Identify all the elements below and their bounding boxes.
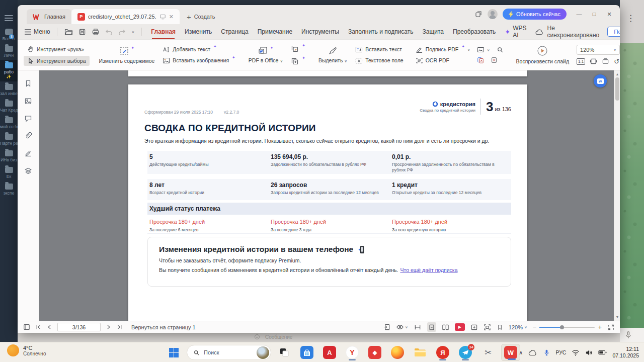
redo-icon[interactable]: [118, 29, 126, 35]
save-icon[interactable]: [78, 28, 86, 36]
firefox-button[interactable]: [388, 344, 407, 361]
next-page-icon[interactable]: [105, 324, 112, 330]
message-placeholder[interactable]: Сообщение: [265, 334, 292, 340]
hamburger-icon[interactable]: [5, 15, 13, 21]
fit-page-icon[interactable]: [590, 58, 597, 65]
document-canvas[interactable]: Сформирован 29 июля 2025 17:10v2.2.7.0 к…: [39, 70, 614, 321]
tg-folder[interactable]: мой со бо: [0, 115, 18, 131]
prev-page-icon[interactable]: [46, 324, 53, 330]
onedrive-cloud-icon[interactable]: [528, 349, 538, 356]
menu-fill-sign[interactable]: Заполнить и подписать: [348, 28, 414, 35]
battery-icon[interactable]: [598, 349, 607, 355]
tg-folder[interactable]: зал инве: [0, 81, 18, 98]
bookmark-ribbon-icon[interactable]: [497, 324, 503, 331]
menu-edit[interactable]: Изменить: [185, 28, 212, 35]
open-folder-icon[interactable]: [64, 28, 73, 36]
user-avatar[interactable]: [488, 9, 498, 19]
translate-button[interactable]: [476, 56, 485, 64]
tab-home[interactable]: Главная: [27, 9, 71, 24]
pdf-to-office-button[interactable]: ✦ PDF в Office ∨: [244, 42, 287, 68]
play-slide-button[interactable]: Воспроизвести слайд: [512, 42, 574, 68]
page-number-input[interactable]: [57, 323, 101, 331]
print-icon[interactable]: [92, 28, 100, 36]
taskbar-search[interactable]: Поиск: [187, 345, 271, 360]
export-page-icon[interactable]: [383, 323, 390, 331]
promo-link[interactable]: Что ещё даёт подписка: [400, 267, 457, 273]
tg-folder[interactable]: Ек: [0, 164, 18, 181]
layers-icon[interactable]: [24, 167, 32, 175]
microphone-icon[interactable]: [543, 349, 550, 356]
scroll-down-icon[interactable]: ▼: [614, 315, 620, 319]
signature-icon[interactable]: [24, 149, 32, 157]
task-view-button[interactable]: [275, 344, 294, 361]
scroll-up-icon[interactable]: ▲: [614, 72, 620, 76]
delete-page-button[interactable]: [490, 56, 499, 64]
sign-pdf-button[interactable]: Подпись PDF ✦ ∨: [412, 45, 474, 54]
two-page-view-icon[interactable]: [442, 324, 449, 331]
edit-content-button[interactable]: ✦ Изменить содержимое: [95, 42, 159, 68]
more-menu-icon[interactable]: ⋮: [626, 13, 635, 24]
select-tool-button[interactable]: Инструмент выбора: [24, 56, 90, 66]
telegram-button[interactable]: 34: [456, 344, 475, 361]
share-button[interactable]: Поделиться: [607, 27, 620, 37]
menu-page[interactable]: Страница: [221, 28, 248, 35]
tg-folder[interactable]: Чат Кред: [0, 98, 18, 115]
zoom-level-select[interactable]: 120% ∨: [509, 324, 527, 330]
tab-document[interactable]: P credistory_otchet_29.07.25.pdf ✕: [71, 9, 180, 24]
tab-list-icon[interactable]: [474, 10, 482, 18]
add-text-button[interactable]: Добавить текст✦: [159, 45, 238, 54]
close-button[interactable]: ✕: [602, 8, 617, 20]
insert-images-button[interactable]: Вставить изображения✦: [159, 56, 238, 65]
scrollbar-thumb[interactable]: [615, 77, 619, 101]
highlight-button[interactable]: Выделить ∨: [314, 42, 352, 68]
emoji-icon[interactable]: [254, 334, 260, 340]
microphone-icon[interactable]: [624, 330, 633, 339]
menu-wps-ai[interactable]: ✦ WPS AI: [505, 25, 526, 39]
menu-home[interactable]: Главная: [151, 28, 176, 35]
menu-convert[interactable]: Преобразовать: [453, 28, 496, 35]
menu-button[interactable]: Меню: [25, 28, 50, 35]
merge-pages-button[interactable]: ✦: [287, 56, 309, 67]
tg-folder-all-chats[interactable]: 8 Все чт: [0, 26, 18, 43]
search-button[interactable]: [496, 45, 505, 54]
attachment-icon[interactable]: [24, 132, 32, 140]
minimize-button[interactable]: —: [572, 8, 587, 20]
image-tools-button[interactable]: ∨: [476, 46, 491, 54]
snipping-tool-button[interactable]: ✂: [478, 344, 498, 361]
zoom-slider-knob[interactable]: [560, 325, 564, 329]
fit-screen-icon[interactable]: [484, 324, 491, 331]
chevron-down-icon[interactable]: ∨: [131, 30, 134, 33]
keeper-app-button[interactable]: ◆: [365, 344, 384, 361]
convert-image-button[interactable]: ✦: [287, 43, 309, 54]
ocr-pdf-button[interactable]: OCR PDF: [412, 56, 474, 65]
zoom-plus-icon[interactable]: +: [598, 323, 602, 331]
weather-widget[interactable]: 4°C Солнечно: [7, 344, 46, 356]
last-page-icon[interactable]: [116, 324, 123, 330]
close-tab-icon[interactable]: ✕: [169, 14, 174, 20]
fullscreen-icon[interactable]: [607, 324, 615, 331]
language-indicator[interactable]: РУС: [555, 349, 566, 355]
tg-folder[interactable]: Личн: [0, 43, 18, 60]
menu-protect[interactable]: Защита: [423, 28, 444, 35]
comment-icon[interactable]: [24, 115, 32, 122]
vertical-scrollbar[interactable]: ▲ ▼: [614, 70, 620, 321]
wifi-icon[interactable]: [572, 349, 580, 356]
rotate-left-icon[interactable]: ↺: [614, 58, 619, 65]
tray-expand-icon[interactable]: ∧: [519, 349, 523, 356]
speaker-icon[interactable]: [585, 349, 593, 356]
undo-icon[interactable]: [105, 29, 113, 35]
bookmark-icon[interactable]: [24, 79, 32, 87]
continuous-view-icon[interactable]: [470, 324, 478, 331]
insert-text-button[interactable]: Вставить текст: [352, 45, 407, 54]
sync-status[interactable]: Не синхронизировано: [535, 25, 599, 39]
pdf-convert-float-button[interactable]: w: [594, 74, 607, 87]
menu-comment[interactable]: Примечание: [258, 28, 292, 35]
maximize-button[interactable]: □: [587, 8, 602, 20]
view-mode-button[interactable]: ∨: [396, 324, 408, 330]
actual-size-button[interactable]: 1:1: [577, 58, 585, 65]
acrobat-button[interactable]: A: [320, 344, 339, 361]
update-now-button[interactable]: Обновить сейчас: [503, 9, 567, 20]
start-button[interactable]: [164, 344, 183, 361]
yandex-browser-button[interactable]: Y: [343, 344, 362, 361]
fit-width-icon[interactable]: [414, 324, 422, 331]
